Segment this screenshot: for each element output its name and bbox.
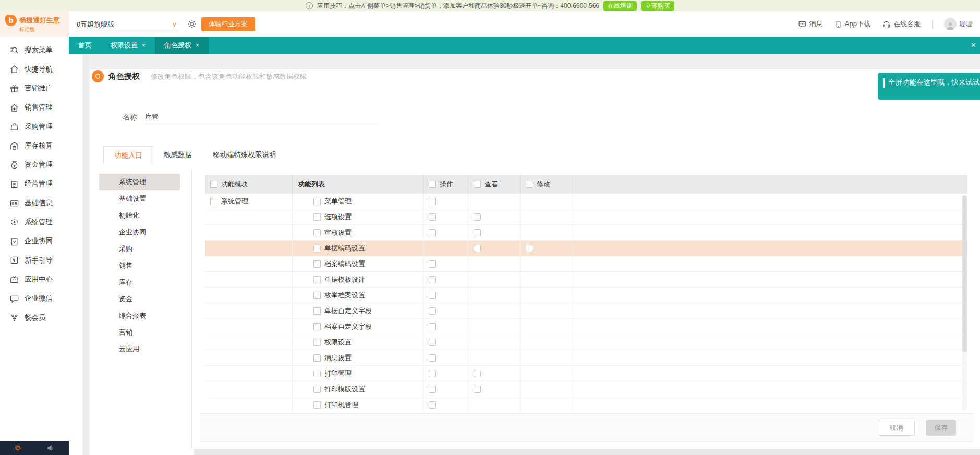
feature-checkbox[interactable]	[313, 292, 321, 299]
messages-link[interactable]: 消息	[798, 19, 823, 29]
module-item-基础设置[interactable]: 基础设置	[99, 190, 181, 207]
module-item-综合报表[interactable]: 综合报表	[99, 307, 181, 324]
module-item-企业协同[interactable]: 企业协同	[99, 224, 181, 241]
app-download-link[interactable]: App下载	[834, 19, 870, 29]
save-button[interactable]: 保存	[926, 420, 956, 436]
table-row[interactable]: 打印管理	[205, 366, 967, 381]
table-row[interactable]: 单据模板设计	[205, 272, 967, 288]
user-menu[interactable]: 珊珊	[944, 18, 973, 30]
perm-tab-0[interactable]: 功能入口	[103, 146, 153, 164]
feature-checkbox[interactable]	[313, 323, 321, 330]
view-checkbox[interactable]	[474, 213, 481, 221]
select-all-edit-checkbox[interactable]	[526, 181, 533, 188]
table-row[interactable]: 系统管理菜单管理	[205, 194, 967, 209]
sidebar-item-搜索菜单[interactable]: 搜索菜单	[0, 41, 69, 60]
edit-checkbox[interactable]	[526, 245, 533, 252]
cancel-button[interactable]: 取消	[878, 420, 915, 436]
sidebar-item-营销推广[interactable]: 营销推广	[0, 79, 69, 98]
op-checkbox[interactable]	[429, 307, 436, 315]
feature-checkbox[interactable]	[313, 370, 321, 377]
sidebar-item-销售管理[interactable]: 销售管理	[0, 98, 69, 117]
feature-checkbox[interactable]	[313, 245, 321, 252]
view-checkbox[interactable]	[474, 386, 481, 393]
tab-close-icon[interactable]: ×	[196, 42, 199, 49]
select-all-op-checkbox[interactable]	[429, 181, 436, 188]
module-checkbox[interactable]	[210, 198, 217, 205]
feature-checkbox[interactable]	[313, 339, 321, 346]
sidebar-item-企业微信[interactable]: 企业微信	[0, 289, 69, 308]
feature-checkbox[interactable]	[313, 198, 321, 205]
module-item-系统管理[interactable]: 系统管理	[99, 174, 180, 190]
module-item-营销[interactable]: 营销	[99, 324, 181, 341]
sidebar-item-系统管理[interactable]: 系统管理	[0, 212, 69, 232]
sidebar-item-经营管理[interactable]: 经营管理	[0, 174, 69, 194]
feature-checkbox[interactable]	[313, 307, 321, 315]
role-name-input[interactable]	[144, 112, 378, 125]
op-checkbox[interactable]	[429, 323, 436, 330]
sidebar-item-畅会员[interactable]: 畅会员	[0, 308, 69, 327]
feature-checkbox[interactable]	[313, 276, 321, 283]
op-checkbox[interactable]	[429, 370, 436, 377]
op-checkbox[interactable]	[429, 354, 436, 362]
select-all-module-checkbox[interactable]	[210, 181, 217, 188]
sidebar-item-企业协同[interactable]: 企业协同	[0, 232, 69, 251]
view-checkbox[interactable]	[474, 245, 481, 252]
table-row[interactable]: 选项设置	[205, 209, 967, 225]
op-checkbox[interactable]	[429, 213, 436, 221]
nav-tab-2[interactable]: 角色授权×	[155, 37, 209, 54]
sidebar-scrollbar[interactable]	[82, 54, 90, 455]
sidebar-item-快捷导航[interactable]: 快捷导航	[0, 60, 69, 79]
feature-checkbox[interactable]	[313, 213, 321, 221]
feature-checkbox[interactable]	[313, 401, 321, 409]
table-scrollbar-thumb[interactable]	[962, 196, 967, 352]
op-checkbox[interactable]	[429, 339, 436, 346]
perm-tab-1[interactable]: 敏感数据	[153, 146, 202, 164]
module-item-云应用[interactable]: 云应用	[99, 341, 181, 357]
op-checkbox[interactable]	[429, 276, 436, 283]
online-training-button[interactable]: 在线培训	[603, 1, 637, 11]
online-support-link[interactable]: 在线客服	[882, 19, 921, 29]
table-row[interactable]: 打印机管理	[205, 397, 967, 412]
op-checkbox[interactable]	[429, 292, 436, 299]
sidebar-item-资金管理[interactable]: 资金管理	[0, 155, 69, 175]
table-row[interactable]: 消息设置	[205, 350, 967, 366]
sidebar-item-应用中心[interactable]: 应用中心	[0, 270, 69, 289]
horizontal-scrollbar[interactable]	[194, 449, 980, 455]
feature-checkbox[interactable]	[313, 260, 321, 268]
sidebar-item-新手引导[interactable]: 新手引导	[0, 251, 69, 270]
close-icon[interactable]: ×	[971, 37, 976, 54]
feature-checkbox[interactable]	[313, 229, 321, 236]
table-row[interactable]: 审核设置	[205, 225, 967, 241]
feature-checkbox[interactable]	[313, 386, 321, 393]
op-checkbox[interactable]	[429, 198, 436, 205]
sidebar-item-库存核算[interactable]: 库存核算	[0, 136, 69, 155]
module-item-销售[interactable]: 销售	[99, 257, 181, 274]
sidebar-gear-icon[interactable]	[14, 444, 22, 452]
tab-close-icon[interactable]: ×	[142, 42, 146, 49]
org-selector[interactable]: 0五组旗舰版 ∨	[76, 17, 180, 32]
table-row[interactable]: 档案编码设置	[205, 256, 967, 272]
op-checkbox[interactable]	[429, 229, 436, 236]
sidebar-item-采购管理[interactable]: 采购管理	[0, 117, 69, 136]
module-item-初始化[interactable]: 初始化	[99, 207, 181, 224]
module-item-资金[interactable]: 资金	[99, 291, 181, 307]
buy-now-button[interactable]: 立即购买	[641, 1, 674, 11]
nav-tab-1[interactable]: 权限设置×	[101, 37, 155, 54]
table-row[interactable]: 打印模版设置	[205, 381, 967, 397]
select-all-view-checkbox[interactable]	[474, 181, 481, 188]
view-checkbox[interactable]	[474, 229, 481, 236]
table-row[interactable]: 档案自定义字段	[205, 319, 967, 334]
op-checkbox[interactable]	[429, 260, 436, 268]
table-row[interactable]: 枚举档案设置	[205, 288, 967, 303]
table-row[interactable]: 权限设置	[205, 334, 967, 350]
module-item-库存[interactable]: 库存	[99, 274, 181, 291]
feature-checkbox[interactable]	[313, 354, 321, 362]
view-checkbox[interactable]	[474, 370, 481, 377]
industry-solution-button[interactable]: 体验行业方案	[201, 17, 255, 31]
sidebar-item-基础信息[interactable]: 基础信息	[0, 194, 69, 213]
op-checkbox[interactable]	[429, 386, 436, 393]
table-scrollbar[interactable]	[962, 195, 967, 411]
settings-gear-icon[interactable]	[187, 19, 197, 29]
perm-tab-2[interactable]: 移动端特殊权限说明	[202, 146, 287, 164]
nav-tab-0[interactable]: 首页	[69, 37, 101, 54]
